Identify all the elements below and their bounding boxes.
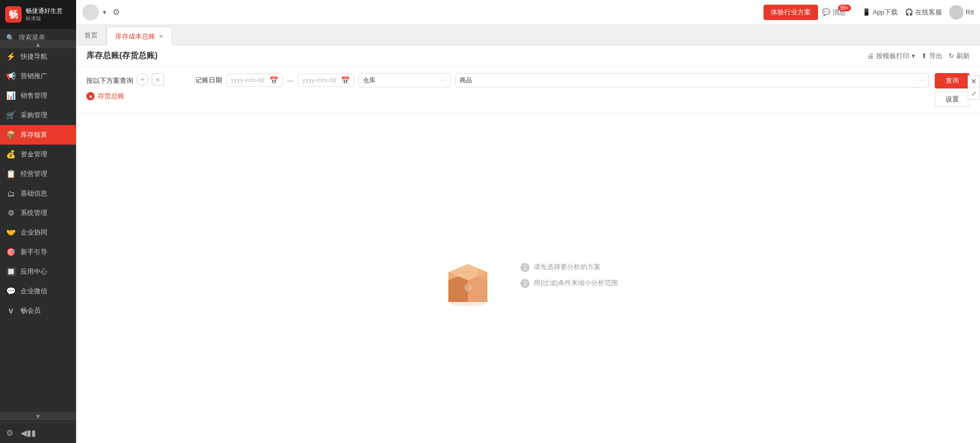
sidebar-item-system[interactable]: ⚙ 系统管理	[0, 203, 76, 223]
sidebar-item-quicknav[interactable]: ⚡ 快捷导航	[0, 47, 76, 66]
sidebar-item-marketing[interactable]: 📢 营销推广	[0, 66, 76, 86]
sidebar-item-label: 基础信息	[21, 189, 70, 198]
print-dropdown-icon[interactable]: ▾	[912, 52, 915, 60]
refresh-icon: ↻	[949, 52, 954, 60]
refresh-btn[interactable]: ↻ 刷新	[949, 51, 970, 61]
sidebar-item-member[interactable]: V 畅会员	[0, 301, 76, 321]
panel-buttons: ✕ ⤢	[968, 75, 980, 100]
inventory-icon: 📦	[6, 130, 15, 139]
scheme-item-inventory[interactable]: ★ 存货总账	[86, 92, 189, 101]
sidebar-item-label: 库存核算	[21, 130, 70, 139]
query-button[interactable]: 查询	[935, 73, 970, 88]
corpwx-icon: 💬	[6, 287, 15, 296]
user-name: Rit	[966, 8, 974, 16]
sidebar-item-inventory[interactable]: 📦 库存核算	[0, 125, 76, 145]
tab-inventory-ledger[interactable]: 库存成本总账 ✕	[106, 27, 172, 45]
sidebar-bottom: ⚙ ◀▮▮	[0, 422, 76, 443]
warehouse-filter[interactable]: 仓库 ···	[358, 73, 451, 87]
user-avatar-topbar	[82, 4, 99, 21]
hint-num-1: 1	[520, 263, 530, 272]
empty-box-svg: !	[438, 247, 500, 309]
online-service-item[interactable]: 🎧 在线客服	[905, 8, 942, 17]
hint-text-1: 请先选择要分析的方案	[534, 262, 601, 272]
topbar-dropdown[interactable]: ▾	[103, 8, 106, 16]
app-download-item[interactable]: 📱 App下载	[862, 8, 898, 17]
sidebar-item-label: 新手引导	[21, 247, 70, 257]
goods-filter[interactable]: 商品 ···	[455, 73, 929, 87]
sidebar-item-corpwx[interactable]: 💬 企业微信	[0, 281, 76, 301]
tab-home-label: 首页	[84, 31, 98, 40]
topbar-left: ▾ ⚙	[82, 4, 759, 21]
filter-right-buttons: 查询 设置	[935, 73, 970, 107]
refresh-label: 刷新	[956, 51, 970, 61]
sidebar-item-sales[interactable]: 📊 销售管理	[0, 86, 76, 105]
purchase-icon: 🛒	[6, 111, 15, 120]
sidebar-nav: ⚡ 快捷导航 📢 营销推广 📊 销售管理 🛒 采购管理 📦 库存核算 💰 资金管…	[0, 47, 76, 422]
inner-page: 库存总账(存货总账) 🖨 按模板打印 ▾ ⬆ 导出 ↻ 刷新	[76, 45, 980, 443]
sidebar-item-label: 销售管理	[21, 91, 70, 100]
sidebar-item-finance[interactable]: 💰 资金管理	[0, 145, 76, 164]
trial-button[interactable]: 体验行业方案	[764, 5, 818, 20]
sales-icon: 📊	[6, 91, 15, 100]
quicknav-icon: ⚡	[6, 52, 15, 61]
tab-active-label: 库存成本总账	[115, 32, 155, 41]
settings-gear-icon[interactable]: ⚙	[113, 7, 120, 17]
newguide-icon: 🎯	[6, 247, 15, 257]
marketing-icon: 📢	[6, 72, 15, 81]
tabbar: 首页 库存成本总账 ✕	[76, 25, 980, 45]
date-start-placeholder: yyyy-mm-dd	[231, 77, 269, 84]
settings-button[interactable]: 设置	[935, 92, 970, 107]
hint-item-2: 2 用[过滤]条件来缩小分析范围	[520, 278, 618, 288]
panel-close-button[interactable]: ✕	[968, 75, 980, 87]
messages-badge: 99+	[838, 5, 851, 11]
messages-item[interactable]: 💬 消息 99+	[822, 8, 846, 17]
date-label: 记账日期	[195, 76, 222, 85]
user-info-item[interactable]: Rit	[949, 5, 974, 20]
tab-close-icon[interactable]: ✕	[158, 33, 164, 40]
sidebar-item-label: 采购管理	[21, 111, 70, 120]
print-btn[interactable]: 🖨 按模板打印 ▾	[867, 51, 915, 61]
sidebar-item-operation[interactable]: 📋 经营管理	[0, 164, 76, 184]
empty-hints: 1 请先选择要分析的方案 2 用[过滤]条件来缩小分析范围	[520, 262, 618, 294]
filter-add-button[interactable]: +	[136, 73, 149, 85]
goods-more-icon[interactable]: ···	[917, 76, 924, 85]
page-header-actions: 🖨 按模板打印 ▾ ⬆ 导出 ↻ 刷新	[867, 51, 970, 61]
panel-expand-button[interactable]: ⤢	[968, 87, 980, 100]
date-end-input[interactable]: yyyy-mm-dd 📅	[298, 74, 354, 87]
finance-icon: 💰	[6, 150, 15, 159]
sidebar-item-appcenter[interactable]: 🔲 应用中心	[0, 262, 76, 281]
warehouse-more-icon[interactable]: ···	[440, 76, 446, 85]
sidebar-scroll-up[interactable]: ▲	[0, 40, 76, 48]
calendar-start-icon: 📅	[269, 76, 278, 84]
sidebar-item-label: 企业协同	[21, 228, 70, 237]
hint-item-1: 1 请先选择要分析的方案	[520, 262, 618, 272]
scheme-icon: ★	[86, 92, 95, 100]
sidebar-item-coop[interactable]: 🤝 企业协同	[0, 223, 76, 242]
sidebar-logo: 畅 畅捷通好生意 标准版	[0, 0, 76, 29]
sidebar-item-label: 营销推广	[21, 72, 70, 81]
sidebar-item-basic[interactable]: 🗂 基础信息	[0, 184, 76, 203]
filter-label: 按以下方案查询	[86, 73, 133, 85]
date-start-input[interactable]: yyyy-mm-dd 📅	[226, 74, 283, 87]
tab-home[interactable]: 首页	[76, 26, 106, 45]
warehouse-label: 仓库	[363, 76, 375, 85]
hint-num-2: 2	[520, 279, 530, 288]
goods-label: 商品	[460, 76, 472, 85]
system-icon: ⚙	[6, 208, 15, 218]
coop-icon: 🤝	[6, 228, 15, 237]
sound-icon[interactable]: ◀▮▮	[21, 428, 36, 438]
settings-bottom-icon[interactable]: ⚙	[6, 428, 13, 438]
sidebar-item-purchase[interactable]: 🛒 采购管理	[0, 105, 76, 125]
svg-text:!: !	[465, 284, 467, 292]
hint-text-2: 用[过滤]条件来缩小分析范围	[534, 278, 618, 288]
appcenter-icon: 🔲	[6, 267, 15, 276]
sidebar-item-newguide[interactable]: 🎯 新手引导	[0, 242, 76, 262]
page-content: 库存总账(存货总账) 🖨 按模板打印 ▾ ⬆ 导出 ↻ 刷新	[76, 45, 980, 443]
topbar: ▾ ⚙ 体验行业方案 💬 消息 99+ 📱 App下载 🎧 在线客服 Rit	[76, 0, 980, 25]
sidebar-scroll-down[interactable]: ▼	[0, 412, 76, 420]
app-download-label: App下载	[873, 8, 898, 17]
export-btn[interactable]: ⬆ 导出	[921, 51, 942, 61]
basic-icon: 🗂	[6, 189, 15, 198]
filter-collapse-button[interactable]: «	[152, 73, 164, 85]
sidebar-item-label: 快捷导航	[21, 52, 70, 61]
